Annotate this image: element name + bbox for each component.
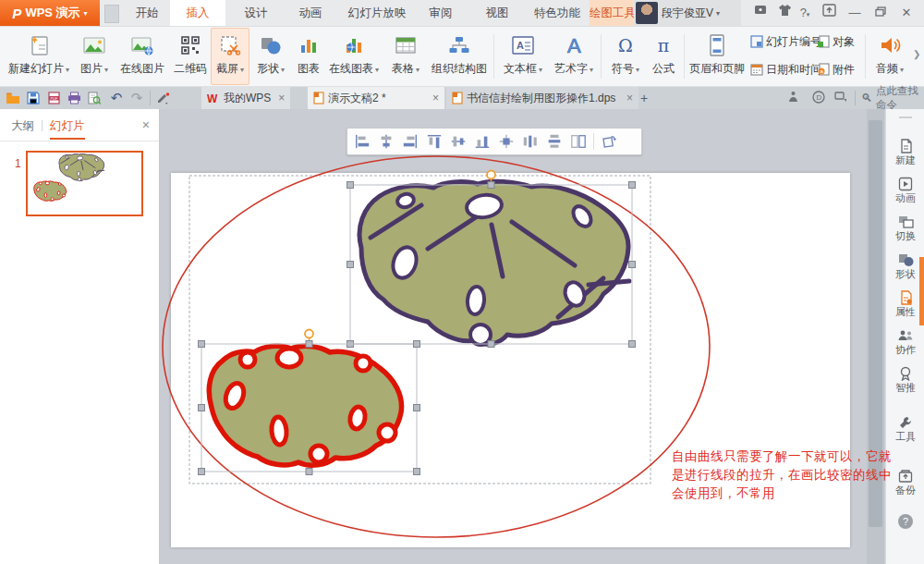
ribbon-tab-view[interactable]: 视图: [477, 0, 517, 26]
align-right-icon[interactable]: [398, 130, 422, 153]
screenshot-button[interactable]: 截屏: [211, 28, 249, 85]
close-panel-icon[interactable]: ×: [142, 117, 150, 132]
align-middle-v-icon[interactable]: [446, 130, 470, 153]
user-account[interactable]: 段宇俊亚V ▾: [634, 0, 741, 26]
undo-icon[interactable]: ↶: [108, 90, 125, 106]
online-picture-icon: [116, 29, 168, 62]
sidebar-expand-handle[interactable]: [919, 257, 924, 325]
export-pdf-icon[interactable]: PDF: [45, 90, 62, 106]
table-button[interactable]: 表格: [385, 29, 426, 84]
save-icon[interactable]: [25, 90, 42, 106]
ribbon-tab-insert[interactable]: 插入: [170, 0, 225, 26]
print-preview-icon[interactable]: [86, 90, 103, 106]
word-art-button[interactable]: A 艺术字: [550, 29, 598, 84]
message-icon[interactable]: [748, 0, 772, 26]
sidebar-drag-handle[interactable]: [899, 116, 912, 118]
ribbon-more-icon[interactable]: ❯: [913, 49, 920, 59]
org-chart-button[interactable]: 组织结构图: [429, 29, 490, 84]
share-icon[interactable]: [785, 91, 800, 105]
app-logo[interactable]: P WPS 演示 ▾: [0, 0, 100, 26]
help-icon[interactable]: ?▾: [795, 0, 815, 26]
sidebar-item-new[interactable]: 新建: [886, 139, 924, 166]
qr-code-button[interactable]: 二维码: [172, 29, 209, 84]
ribbon-tab-review[interactable]: 审阅: [420, 0, 461, 26]
formula-button[interactable]: π 公式: [647, 29, 680, 84]
svg-text:PDF: PDF: [50, 96, 58, 101]
close-button[interactable]: ✕: [894, 0, 918, 26]
ribbon-tab-home[interactable]: 开始: [127, 0, 167, 26]
customize-quickbar-icon[interactable]: [155, 90, 172, 106]
tab-presentation2[interactable]: 演示文稿2 * ×: [308, 87, 444, 109]
ribbon-tab-animation[interactable]: 动画: [290, 0, 331, 26]
title-bar: P WPS 演示 ▾ 开始 插入 设计 动画 幻灯片放映 审阅 视图 特色功能 …: [0, 0, 924, 27]
align-bottom-icon[interactable]: [470, 130, 494, 153]
header-footer-button[interactable]: 页眉和页脚: [688, 29, 746, 84]
ribbon-tab-design[interactable]: 设计: [236, 0, 276, 26]
tab-my-wps[interactable]: W 我的WPS ×: [201, 87, 290, 109]
ribbon-tab-slideshow[interactable]: 幻灯片放映: [340, 0, 414, 26]
tab-outline[interactable]: 大纲: [11, 118, 34, 134]
date-time-button[interactable]: 日期和时间: [750, 62, 821, 77]
align-center-h-icon[interactable]: [374, 130, 398, 153]
sidebar-item-tools[interactable]: 工具: [886, 415, 924, 443]
sidebar-item-animation[interactable]: 动画: [886, 177, 924, 204]
attachment-button[interactable]: a 附件: [817, 62, 855, 77]
svg-text:W: W: [207, 92, 218, 104]
sidebar-item-shapes[interactable]: 形状: [886, 252, 924, 280]
sidebar-item-smart-recommend[interactable]: 智推: [886, 366, 924, 394]
slide-thumbnail[interactable]: [26, 151, 143, 216]
center-in-slide-icon[interactable]: [494, 130, 518, 153]
minimize-button[interactable]: —: [843, 0, 867, 26]
skin-icon[interactable]: [772, 0, 796, 26]
close-tab-icon[interactable]: ×: [432, 92, 439, 104]
align-left-icon[interactable]: [350, 130, 374, 153]
org-chart-icon: [429, 29, 490, 62]
audio-button[interactable]: 音频: [870, 29, 909, 84]
chart-button[interactable]: 图表: [293, 29, 324, 84]
close-tab-icon[interactable]: ×: [278, 92, 285, 104]
divider: |: [41, 118, 43, 131]
restore-button[interactable]: [869, 0, 893, 26]
open-file-icon[interactable]: [5, 90, 21, 106]
online-chart-button[interactable]: 在线图表: [326, 29, 382, 84]
shapes-button[interactable]: 形状: [251, 29, 290, 84]
equal-size-icon[interactable]: [566, 130, 590, 153]
slide-number-button[interactable]: 幻灯片编号: [750, 34, 821, 49]
quick-access-icon[interactable]: [104, 5, 119, 23]
rotate-shape-icon[interactable]: [597, 130, 621, 153]
new-tab-button[interactable]: +: [636, 90, 652, 106]
ribbon-tab-drawing-tools[interactable]: 绘图工具: [590, 0, 636, 26]
transition-icon: [886, 215, 924, 230]
workspace-icon[interactable]: [833, 91, 848, 105]
sidebar-item-transition[interactable]: 切换: [886, 215, 924, 242]
svg-text:A: A: [567, 34, 581, 57]
dps-file-icon: [452, 92, 463, 104]
help-circle-icon[interactable]: ?: [898, 514, 913, 529]
print-icon[interactable]: [66, 90, 82, 106]
text-box-button[interactable]: A 文本框: [499, 29, 547, 84]
distribute-v-icon[interactable]: [542, 130, 566, 153]
feedback-icon[interactable]: [817, 0, 841, 26]
online-chart-icon: [326, 29, 382, 62]
symbol-button[interactable]: Ω 符号: [606, 29, 645, 84]
command-search[interactable]: 🔍︎ 点此查找命令: [861, 87, 924, 109]
align-toolbar: [346, 128, 642, 155]
sidebar-item-collaborate[interactable]: 协作: [886, 328, 924, 356]
docer-icon[interactable]: D: [811, 91, 826, 105]
picture-button[interactable]: 图片: [76, 29, 113, 84]
tab-letter-envelope-doc[interactable]: 书信信封绘制用图形操作1.dps * ×: [446, 87, 638, 109]
distribute-h-icon[interactable]: [518, 130, 542, 153]
animation-icon: [886, 177, 924, 192]
online-picture-button[interactable]: 在线图片: [116, 29, 168, 84]
slide-panel: 大纲 | 幻灯片 × 1: [0, 109, 160, 564]
new-slide-button[interactable]: 新建幻灯片: [6, 29, 72, 84]
svg-text:A: A: [517, 40, 524, 51]
object-button[interactable]: 对象: [817, 34, 855, 49]
ribbon-tab-special-features[interactable]: 特色功能: [528, 0, 587, 26]
close-tab-icon[interactable]: ×: [626, 92, 633, 104]
wps-logo-icon: P: [12, 6, 21, 21]
tab-slides[interactable]: 幻灯片: [50, 118, 85, 140]
slide-number: 1: [15, 157, 21, 170]
redo-icon[interactable]: ↷: [128, 90, 145, 106]
align-top-icon[interactable]: [422, 130, 446, 153]
